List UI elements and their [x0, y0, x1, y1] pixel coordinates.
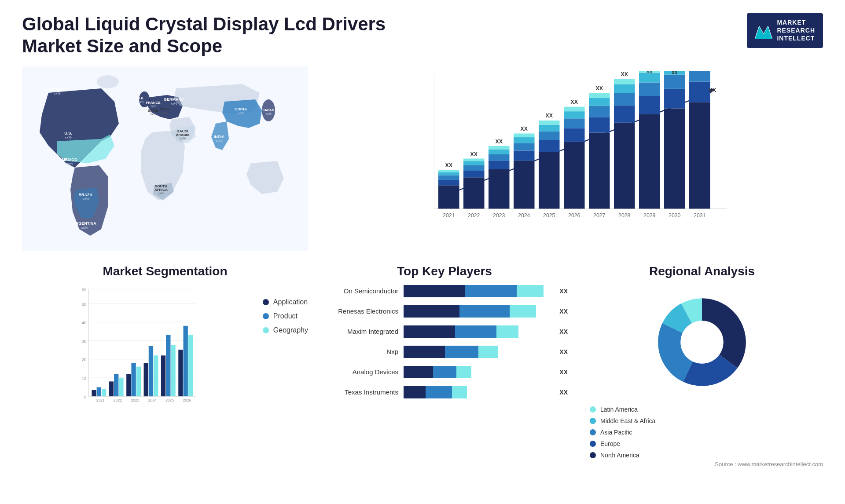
- legend-label-geography: Geography: [273, 326, 308, 334]
- bar-seg-5-1: [426, 386, 452, 398]
- svg-rect-51: [463, 165, 485, 170]
- svg-rect-77: [564, 142, 585, 208]
- world-map-section: CANADA xx% U.S. xx% MEXICO xx% U.K. xx% …: [22, 66, 308, 256]
- reg-label-mea: Middle East & Africa: [600, 417, 655, 424]
- svg-rect-56: [489, 169, 510, 208]
- svg-rect-70: [539, 152, 560, 208]
- svg-text:xx%: xx%: [216, 139, 222, 143]
- logo-line1: MARKET: [777, 18, 815, 26]
- svg-point-160: [681, 321, 724, 363]
- svg-rect-147: [161, 355, 165, 396]
- logo-icon: [755, 22, 772, 39]
- logo-area: MARKET RESEARCH INTELLECT: [747, 13, 823, 48]
- player-bar-1: [404, 305, 551, 318]
- svg-rect-49: [463, 177, 485, 208]
- list-item: Analog Devices XX: [321, 366, 568, 378]
- svg-text:30: 30: [82, 339, 86, 343]
- svg-text:10: 10: [82, 376, 86, 380]
- svg-rect-101: [639, 73, 660, 83]
- svg-text:xx%: xx%: [65, 135, 71, 139]
- bar-seg-0-0: [404, 285, 465, 297]
- svg-text:SPAIN: SPAIN: [148, 109, 158, 113]
- svg-text:2021: 2021: [443, 212, 455, 218]
- chart-section: 2021 XX 2022 XX 2023 XX: [321, 66, 823, 256]
- svg-text:60: 60: [82, 288, 86, 292]
- logo-line2: RESEARCH: [777, 26, 815, 34]
- list-item: On Semiconductor XX: [321, 285, 568, 297]
- reg-legend-apac: Asia Pacific: [590, 429, 655, 436]
- list-item: Texas Instruments XX: [321, 386, 568, 398]
- svg-rect-141: [136, 366, 141, 396]
- svg-text:xx%: xx%: [150, 105, 156, 108]
- svg-text:CANADA: CANADA: [49, 87, 66, 91]
- bar-seg-2-1: [455, 325, 496, 338]
- player-bar-2: [404, 325, 551, 338]
- svg-rect-139: [126, 374, 131, 396]
- reg-dot-apac: [590, 429, 596, 435]
- svg-rect-79: [564, 118, 585, 128]
- svg-text:AFRICA: AFRICA: [154, 188, 168, 192]
- svg-text:ARGENTINA: ARGENTINA: [73, 221, 96, 226]
- bar-seg-2-2: [496, 325, 518, 338]
- list-item: Renesas Electronics XX: [321, 305, 568, 318]
- svg-text:2024: 2024: [148, 398, 157, 402]
- map-container: CANADA xx% U.S. xx% MEXICO xx% U.K. xx% …: [22, 66, 308, 251]
- svg-text:ITALY: ITALY: [160, 107, 170, 111]
- legend-geography: Geography: [263, 326, 308, 334]
- reg-legend-europe: Europe: [590, 440, 655, 447]
- legend-label-application: Application: [273, 298, 308, 306]
- bar-seg-1-0: [404, 305, 459, 318]
- svg-text:xx%: xx%: [265, 112, 271, 115]
- main-grid: CANADA xx% U.S. xx% MEXICO xx% U.K. xx% …: [22, 66, 823, 453]
- svg-rect-145: [154, 355, 158, 396]
- svg-rect-135: [109, 381, 114, 396]
- svg-text:FRANCE: FRANCE: [146, 101, 161, 105]
- legend-dot-application: [263, 299, 269, 305]
- svg-text:XX: XX: [496, 139, 503, 145]
- svg-rect-137: [119, 378, 123, 396]
- player-name-3: Nxp: [321, 348, 398, 355]
- svg-rect-46: [438, 170, 459, 172]
- svg-rect-148: [166, 335, 170, 396]
- svg-rect-60: [489, 146, 510, 150]
- svg-text:2025: 2025: [165, 398, 174, 402]
- segmentation-svg: 0 10 20 30 40 50 60 2021: [22, 285, 254, 417]
- page-title: Global Liquid Crystal Display Lcd Driver…: [22, 13, 418, 58]
- svg-rect-91: [614, 123, 635, 209]
- svg-text:XX: XX: [521, 126, 528, 132]
- svg-text:xx%: xx%: [162, 111, 168, 114]
- bar-seg-3-1: [445, 346, 479, 358]
- svg-rect-94: [614, 84, 635, 93]
- reg-label-latin: Latin America: [600, 406, 638, 413]
- segmentation-section: Market Segmentation: [22, 264, 308, 453]
- logo-box: MARKET RESEARCH INTELLECT: [747, 13, 823, 48]
- svg-rect-152: [184, 326, 188, 396]
- player-name-4: Analog Devices: [321, 368, 398, 376]
- regional-section: Regional Analysis: [581, 264, 823, 453]
- svg-rect-84: [589, 132, 610, 208]
- svg-text:40: 40: [82, 321, 86, 325]
- reg-label-na: North America: [600, 452, 639, 459]
- player-bar-0: [404, 285, 551, 297]
- list-item: Maxim Integrated XX: [321, 325, 568, 338]
- svg-text:2023: 2023: [131, 398, 139, 402]
- svg-rect-107: [664, 74, 685, 88]
- reg-dot-europe: [590, 441, 596, 447]
- svg-rect-95: [614, 79, 635, 84]
- legend-application: Application: [263, 298, 308, 306]
- svg-text:XX: XX: [470, 151, 478, 157]
- svg-rect-42: [438, 185, 459, 208]
- player-value-3: XX: [559, 348, 568, 355]
- svg-rect-87: [589, 98, 610, 106]
- svg-text:2023: 2023: [493, 212, 505, 218]
- player-name-2: Maxim Integrated: [321, 328, 398, 335]
- svg-rect-57: [489, 161, 510, 169]
- svg-text:2022: 2022: [468, 212, 480, 218]
- svg-rect-112: [689, 81, 710, 102]
- svg-rect-151: [178, 350, 183, 396]
- svg-text:XX: XX: [571, 99, 578, 105]
- svg-rect-65: [514, 143, 535, 150]
- svg-rect-81: [564, 106, 585, 111]
- svg-text:XX: XX: [672, 71, 678, 75]
- svg-text:2030: 2030: [669, 212, 681, 218]
